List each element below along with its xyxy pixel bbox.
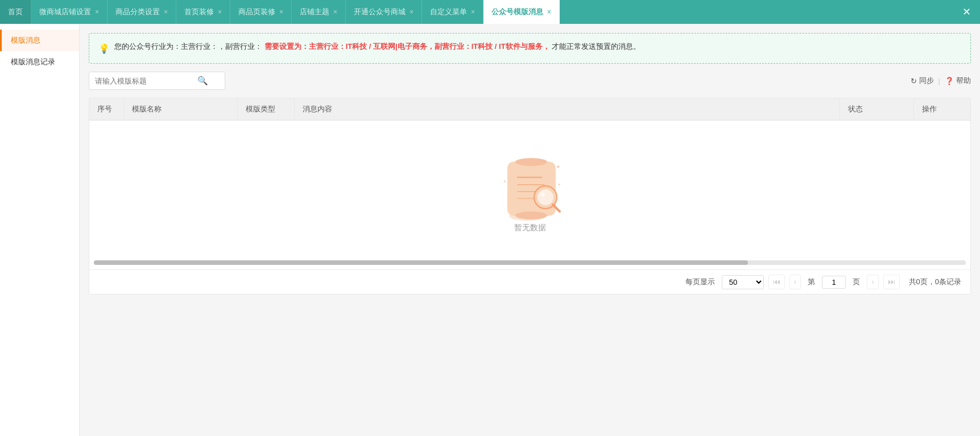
svg-text:✦: ✦ <box>503 179 507 184</box>
tab-close-6[interactable]: × <box>410 8 413 16</box>
content-area: 💡 您的公众号行业为：主营行业：，副营行业： 需要设置为：主营行业：IT科技 /… <box>80 24 980 436</box>
sidebar-item-1[interactable]: 模版消息记录 <box>0 51 79 73</box>
empty-illustration: ✦ ✦ ★ <box>490 155 570 223</box>
notice-suffix: 才能正常发送预置的消息。 <box>552 42 640 51</box>
lightbulb-icon: 💡 <box>98 41 110 56</box>
tab-close-3[interactable]: × <box>218 8 222 16</box>
svg-point-10 <box>540 192 545 197</box>
col-header-type: 模版类型 <box>237 98 294 121</box>
tab-label-6: 开通公众号商城 <box>354 7 406 17</box>
notice-text: 您的公众号行业为：主营行业：，副营行业： 需要设置为：主营行业：IT科技 / 互… <box>114 40 640 53</box>
page-input[interactable]: 1 <box>822 276 846 289</box>
svg-point-1 <box>515 158 547 166</box>
tab-item-3[interactable]: 首页装修× <box>176 0 230 24</box>
tab-label-3: 首页装修 <box>184 7 214 17</box>
svg-text:★: ★ <box>557 182 561 186</box>
empty-state: ✦ ✦ ★ 暂无数据 <box>89 121 970 256</box>
tab-item-8[interactable]: 公众号模版消息× <box>483 0 560 24</box>
tab-label-2: 商品分类设置 <box>115 7 160 17</box>
col-header-content: 消息内容 <box>294 98 840 121</box>
sidebar: 模版消息模版消息记录 <box>0 24 80 436</box>
toolbar-right: ↻ 同步 | ❓ 帮助 <box>911 76 971 86</box>
sidebar-items: 模版消息模版消息记录 <box>0 30 79 73</box>
col-header-index: 序号 <box>89 98 123 121</box>
next-page-button[interactable]: › <box>867 275 878 289</box>
tab-label-4: 商品页装修 <box>238 7 275 17</box>
tab-bar: 首页微商城店铺设置×商品分类设置×首页装修×商品页装修×店铺主题×开通公众号商城… <box>0 0 980 24</box>
tab-close-8[interactable]: × <box>547 8 551 16</box>
data-table: 序号模版名称模版类型消息内容状态操作 <box>89 98 970 121</box>
page-suffix: 页 <box>853 277 860 287</box>
toolbar-divider: | <box>938 77 940 85</box>
search-input[interactable] <box>95 77 197 85</box>
table-header-row: 序号模版名称模版类型消息内容状态操作 <box>89 98 970 121</box>
first-page-button[interactable]: ⏮ <box>768 275 785 289</box>
empty-text: 暂无数据 <box>514 223 546 233</box>
sync-label: 同步 <box>919 76 934 86</box>
per-page-label: 每页显示 <box>685 277 715 287</box>
tab-item-4[interactable]: 商品页装修× <box>230 0 292 24</box>
tabs-container: 首页微商城店铺设置×商品分类设置×首页装修×商品页装修×店铺主题×开通公众号商城… <box>0 0 560 24</box>
search-toolbar: 🔍 ↻ 同步 | ❓ 帮助 <box>89 72 971 90</box>
page-prefix: 第 <box>808 277 815 287</box>
per-page-select[interactable]: 102050100 <box>722 275 764 289</box>
prev-page-button[interactable]: ‹ <box>789 275 801 289</box>
tab-label-1: 微商城店铺设置 <box>39 7 91 17</box>
pagination-row: 每页显示 102050100 ⏮ ‹ 第 1 页 › ⏭ 共0页，0条记录 <box>89 269 970 294</box>
tab-label-0: 首页 <box>8 7 23 17</box>
notice-banner: 💡 您的公众号行业为：主营行业：，副营行业： 需要设置为：主营行业：IT科技 /… <box>89 33 971 64</box>
tab-item-7[interactable]: 自定义菜单× <box>422 0 483 24</box>
search-icon[interactable]: 🔍 <box>197 76 208 86</box>
global-close-button[interactable]: ✕ <box>953 0 980 24</box>
tab-label-5: 店铺主题 <box>300 7 329 17</box>
tab-item-5[interactable]: 店铺主题× <box>292 0 346 24</box>
col-header-action: 操作 <box>913 98 970 121</box>
horizontal-scrollbar[interactable] <box>94 260 966 265</box>
tab-label-8: 公众号模版消息 <box>491 7 543 17</box>
total-info: 共0页，0条记录 <box>909 277 961 287</box>
sidebar-item-0[interactable]: 模版消息 <box>0 30 79 51</box>
tab-close-2[interactable]: × <box>164 8 168 16</box>
scroll-area[interactable] <box>89 256 970 269</box>
notice-prefix: 您的公众号行业为：主营行业：，副营行业： <box>114 42 262 51</box>
tab-item-2[interactable]: 商品分类设置× <box>107 0 176 24</box>
sync-button[interactable]: ↻ 同步 <box>911 76 934 86</box>
sync-icon: ↻ <box>911 77 917 85</box>
tab-label-7: 自定义菜单 <box>430 7 467 17</box>
table-wrapper: 序号模版名称模版类型消息内容状态操作 <box>89 98 971 294</box>
col-header-status: 状态 <box>840 98 913 121</box>
tab-close-1[interactable]: × <box>95 8 99 16</box>
scroll-thumb[interactable] <box>94 260 748 265</box>
svg-point-2 <box>515 211 547 219</box>
main-layout: 模版消息模版消息记录 💡 您的公众号行业为：主营行业：，副营行业： 需要设置为：… <box>0 24 980 436</box>
last-page-button[interactable]: ⏭ <box>883 275 900 289</box>
tab-close-7[interactable]: × <box>471 8 475 16</box>
svg-point-8 <box>537 189 553 205</box>
tab-item-1[interactable]: 微商城店铺设置× <box>31 0 107 24</box>
tab-item-0[interactable]: 首页 <box>0 0 31 24</box>
notice-highlight: 需要设置为：主营行业：IT科技 / 互联网|电子商务，副营行业：IT科技 / I… <box>264 42 550 51</box>
search-box[interactable]: 🔍 <box>89 72 225 90</box>
help-label: 帮助 <box>956 76 971 86</box>
svg-text:✦: ✦ <box>556 164 560 170</box>
help-icon: ❓ <box>945 77 954 85</box>
tab-close-5[interactable]: × <box>333 8 337 16</box>
tab-item-6[interactable]: 开通公众号商城× <box>346 0 422 24</box>
tab-close-4[interactable]: × <box>279 8 283 16</box>
col-header-name: 模版名称 <box>123 98 237 121</box>
help-button[interactable]: ❓ 帮助 <box>945 76 971 86</box>
